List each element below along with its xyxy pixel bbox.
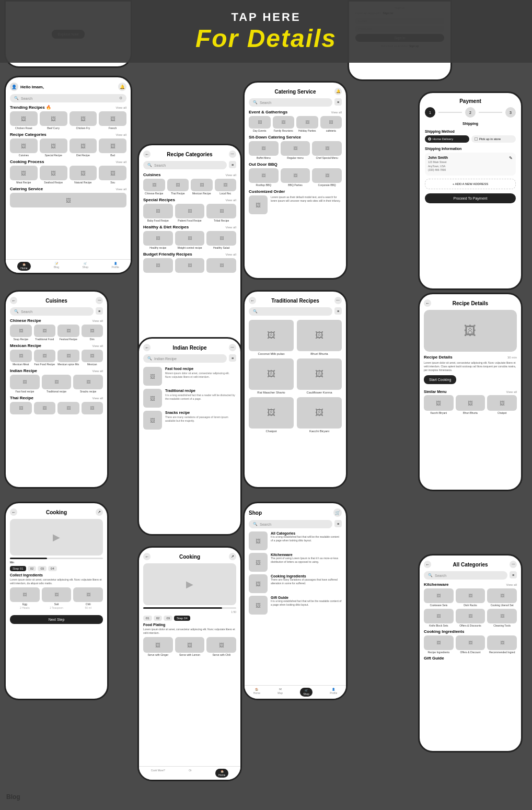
thumb-patient[interactable]: 🖼: [175, 204, 205, 218]
thumb-cleaning[interactable]: 🖼: [487, 609, 517, 623]
recipe-item-traditional[interactable]: 🖼 Traditional recipe It is a long establ…: [143, 389, 236, 408]
nav-map[interactable]: 🗺Map: [277, 688, 283, 697]
s01[interactable]: 01: [143, 616, 152, 621]
tap-banner[interactable]: TAP HERE For Details: [0, 0, 532, 63]
thumb-budget1[interactable]: 🖼: [143, 258, 173, 273]
filter-icon[interactable]: ≡: [334, 98, 342, 106]
s04[interactable]: Step 04: [174, 616, 190, 621]
filter-icon[interactable]: ≡: [229, 354, 236, 362]
trad-item-1[interactable]: 🖼 Bhuri Bhurta: [297, 320, 342, 355]
serve-chili[interactable]: 🖼: [206, 637, 236, 653]
serve-ginger[interactable]: 🖼: [143, 637, 173, 653]
thumb-catering[interactable]: 🖼: [10, 193, 126, 207]
progress-bar[interactable]: [10, 558, 103, 559]
thumb-natural[interactable]: 🖼: [70, 166, 97, 180]
thumb-mex4[interactable]: 🖼: [82, 350, 103, 362]
recipe-item-fast[interactable]: 🖼 Fast food recipe Morem ipsum dolor sit…: [143, 367, 236, 386]
search-bar[interactable]: 🔍Search: [424, 571, 507, 580]
shop-gift[interactable]: 🖼 Gift Guide It is a long established fa…: [249, 596, 342, 615]
shop-ingredients[interactable]: 🖼 Cooking Ingredients There are many var…: [249, 574, 342, 593]
thumb-thai1[interactable]: 🖼: [10, 402, 32, 414]
thumb-trad-food[interactable]: 🖼: [34, 325, 56, 337]
thumb-budget2[interactable]: 🖼: [175, 258, 205, 273]
share-icon[interactable]: ↗: [229, 553, 236, 560]
thumb-mex2[interactable]: 🖼: [34, 350, 56, 362]
more-icon[interactable]: ⋯: [334, 297, 342, 304]
step03[interactable]: 03: [38, 566, 47, 571]
trad-item-2[interactable]: 🖼 Rai Maacher Sharto: [249, 358, 294, 394]
thumb-cafeteria[interactable]: 🖼: [320, 116, 342, 129]
step02[interactable]: 02: [28, 566, 37, 571]
back-button[interactable]: ←: [249, 297, 256, 304]
search-bar[interactable]: 🔍 Search ⚙: [10, 94, 126, 102]
add-address-btn[interactable]: + ADD A NEW ADDRESS: [425, 179, 516, 189]
trad-item-5[interactable]: 🖼 Kacchi Biryani: [297, 397, 342, 433]
search-bar[interactable]: 🔍Search: [10, 307, 94, 316]
nav-home[interactable]: 🏠Home: [17, 262, 30, 271]
thumb-rec-ing[interactable]: 🖼: [424, 635, 454, 650]
thumb-mex3[interactable]: 🖼: [57, 350, 79, 362]
thumb-mexican[interactable]: 🖼: [191, 179, 213, 191]
search-bar[interactable]: 🔍Search: [143, 161, 227, 169]
proceed-button[interactable]: Proceed To Payment: [425, 193, 516, 203]
thumb-diet[interactable]: 🖼: [70, 138, 97, 153]
thumb-baby[interactable]: 🖼: [143, 204, 173, 218]
thumb-utensil[interactable]: 🖼: [487, 588, 517, 603]
s03[interactable]: 03: [164, 616, 172, 621]
thumb-cuisines[interactable]: 🖼: [10, 138, 38, 153]
thumb-mex1[interactable]: 🖼: [10, 350, 32, 362]
nav-shop[interactable]: 🛒Shop: [300, 688, 313, 697]
thumb-chicken-roast[interactable]: 🖼: [10, 111, 38, 126]
thumb-rooftop[interactable]: 🖼: [249, 168, 279, 183]
thumb-special[interactable]: 🖼: [40, 138, 67, 153]
thumb-local[interactable]: 🖼: [215, 179, 237, 191]
thumb-buffet[interactable]: 🖼: [249, 141, 279, 156]
trending-view-all[interactable]: View all: [115, 106, 126, 109]
search-bar[interactable]: 🔍: [249, 307, 332, 316]
more-icon[interactable]: ⋯: [229, 151, 236, 158]
nav-shop[interactable]: 🛒Shop: [82, 262, 88, 271]
filter-icon[interactable]: ≡: [96, 307, 103, 315]
similar-0[interactable]: 🖼: [424, 395, 454, 411]
thumb-offers[interactable]: 🖼: [456, 609, 485, 623]
back-button[interactable]: ←: [143, 151, 151, 158]
thumb-healthy[interactable]: 🖼: [143, 231, 173, 246]
edit-icon[interactable]: ✎: [509, 156, 513, 160]
step01[interactable]: Step 01: [10, 566, 26, 571]
thumb-chinese[interactable]: 🖼: [143, 179, 165, 191]
thumb-knife[interactable]: 🖼: [424, 609, 454, 623]
thumb-thai[interactable]: 🖼: [167, 179, 189, 191]
next-step-btn[interactable]: Next Step: [10, 615, 103, 624]
pickup-option[interactable]: Pick up in store: [471, 135, 516, 143]
thumb-thai4[interactable]: 🖼: [82, 402, 103, 414]
thumb-french[interactable]: 🖼: [99, 111, 126, 126]
thumb-disc[interactable]: 🖼: [456, 635, 485, 650]
thumb-recom[interactable]: 🖼: [487, 635, 517, 650]
nav-home[interactable]: 🏠Home: [253, 688, 260, 697]
thumb-meat[interactable]: 🖼: [10, 166, 38, 180]
notification-bell[interactable]: 🔔: [334, 88, 342, 95]
thumb-chicken-fry[interactable]: 🖼: [70, 111, 97, 126]
serve-lemon[interactable]: 🖼: [175, 637, 205, 653]
categories-view-all[interactable]: View all: [115, 133, 126, 136]
filter-icon[interactable]: ≡: [510, 571, 517, 578]
similar-2[interactable]: 🖼: [487, 395, 517, 411]
back-button[interactable]: ←: [424, 561, 431, 568]
more-icon[interactable]: ⋯: [229, 344, 236, 351]
thumb-day[interactable]: 🖼: [249, 116, 271, 129]
thumb-beef-curry[interactable]: 🖼: [40, 111, 67, 126]
search-bar[interactable]: 🔍Search: [249, 98, 332, 107]
progress-bar[interactable]: [143, 607, 236, 609]
notification-icon[interactable]: 🔔: [118, 83, 126, 91]
thumb-sou[interactable]: 🖼: [99, 166, 126, 180]
thumb-festival[interactable]: 🖼: [57, 325, 79, 337]
search-bar[interactable]: 🔍Indian Recipe: [143, 354, 227, 363]
thumb-bbq[interactable]: 🖼: [281, 168, 310, 183]
trad-item-3[interactable]: 🖼 Cauliflower Korma: [297, 358, 342, 394]
back-button[interactable]: ←: [424, 299, 431, 307]
thumb-regular[interactable]: 🖼: [281, 141, 310, 156]
back-button[interactable]: ←: [143, 553, 151, 560]
nav-cook-more[interactable]: Cook More?: [151, 769, 165, 778]
thumb-cookware[interactable]: 🖼: [424, 588, 454, 603]
share-icon[interactable]: ↗: [96, 508, 103, 516]
